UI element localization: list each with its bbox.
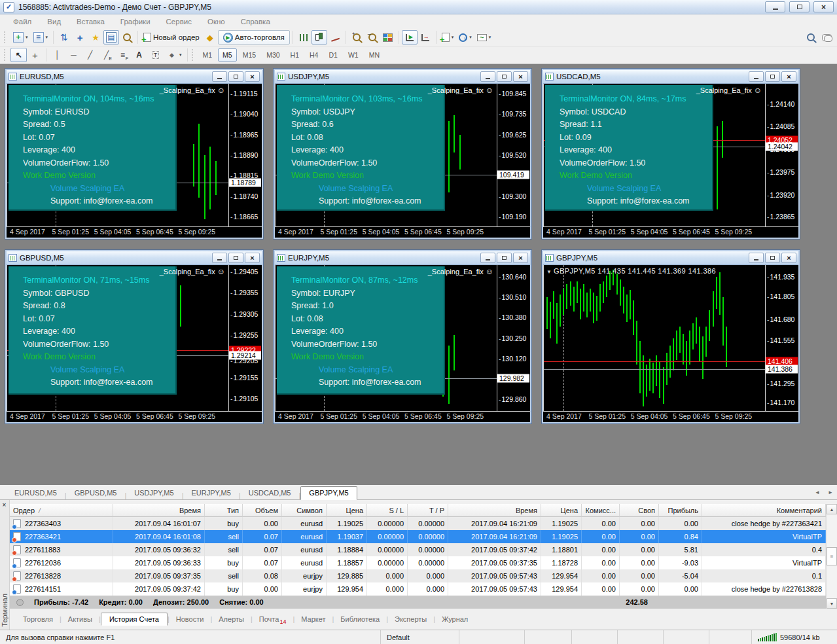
chart-tab-gbpusd[interactable]: GBPUSD,M5 xyxy=(67,487,125,499)
profiles-button[interactable] xyxy=(31,30,51,45)
terminal-tab-2[interactable]: История Счета xyxy=(101,613,168,626)
market-watch-button[interactable] xyxy=(56,30,72,45)
indicators-button[interactable] xyxy=(439,30,457,45)
chart-window-titlebar[interactable]: EURUSD,M5 xyxy=(7,70,262,84)
new-order-button[interactable]: Новый ордер xyxy=(141,30,202,45)
timeframe-mn-button[interactable]: MN xyxy=(365,48,384,62)
history-row[interactable]: 2276120362017.09.05 09:36:33buy0.07eurus… xyxy=(10,556,826,569)
chart-plot-area[interactable]: TerminalMonitor ON, 104ms, ~16msSymbol: … xyxy=(7,84,228,226)
chart-tab-gbpjpy[interactable]: GBPJPY,M5 xyxy=(300,486,357,500)
arrows-button[interactable] xyxy=(164,48,185,62)
chart-restore-button[interactable] xyxy=(765,253,780,263)
chart-restore-button[interactable] xyxy=(228,71,243,82)
toolbar-grip[interactable] xyxy=(4,31,7,43)
tile-windows-button[interactable] xyxy=(380,30,396,45)
bar-chart-button[interactable] xyxy=(296,30,312,45)
chart-plot-area[interactable]: GBPJPY,M5 141.435 141.445 141.369 141.38… xyxy=(543,265,765,411)
chart-window-titlebar[interactable]: GBPUSD,M5 xyxy=(7,251,262,265)
timeframe-d1-button[interactable]: D1 xyxy=(324,48,342,62)
toolbar-grip[interactable] xyxy=(4,49,7,61)
chart-minimize-button[interactable] xyxy=(480,71,495,82)
new-chart-button[interactable] xyxy=(10,30,31,45)
horizontal-line-button[interactable] xyxy=(65,48,82,62)
metaeditor-button[interactable] xyxy=(202,30,218,45)
column-header-11[interactable]: Своп xyxy=(620,504,659,517)
chart-window-titlebar[interactable]: USDJPY,M5 xyxy=(275,70,530,84)
trendline-button[interactable] xyxy=(82,48,98,62)
chart-minimize-button[interactable] xyxy=(212,71,227,82)
line-chart-button[interactable] xyxy=(327,30,343,45)
crosshair-button[interactable] xyxy=(27,48,43,62)
status-profile-cell[interactable]: Default xyxy=(381,630,459,644)
chart-restore-button[interactable] xyxy=(228,253,243,263)
chart-close-button[interactable] xyxy=(781,71,796,82)
auto-scroll-button[interactable] xyxy=(402,30,418,45)
history-row[interactable]: 2276141512017.09.05 09:37:42buy0.00eurjp… xyxy=(10,582,826,596)
chart-window-titlebar[interactable]: GBPJPY,M5 xyxy=(543,251,798,265)
chart-minimize-button[interactable] xyxy=(212,253,227,263)
periods-button[interactable] xyxy=(456,30,474,45)
chart-restore-button[interactable] xyxy=(765,71,780,82)
terminal-tab-1[interactable]: Активы xyxy=(62,613,99,625)
scroll-down-icon[interactable] xyxy=(827,598,837,609)
timeframe-w1-button[interactable]: W1 xyxy=(344,48,363,62)
channel-button[interactable] xyxy=(98,48,115,62)
history-row[interactable]: 2276118832017.09.05 09:36:32sell0.07euru… xyxy=(10,543,826,556)
chart-tab-usdcad[interactable]: USDCAD,M5 xyxy=(241,487,299,499)
menu-item-1[interactable]: Вид xyxy=(39,18,69,26)
terminal-tab-3[interactable]: Новости xyxy=(169,613,211,625)
window-close-button[interactable] xyxy=(813,1,834,12)
column-header-6[interactable]: S / L xyxy=(367,504,408,517)
candlestick-button[interactable] xyxy=(312,30,327,45)
timeframe-m5-button[interactable]: M5 xyxy=(218,48,237,62)
column-header-5[interactable]: Цена xyxy=(327,504,367,517)
chart-restore-button[interactable] xyxy=(497,71,512,82)
chart-tab-eurusd[interactable]: EURUSD,M5 xyxy=(7,487,65,499)
text-button[interactable] xyxy=(131,48,147,62)
column-header-7[interactable]: T / P xyxy=(408,504,448,517)
history-row[interactable]: 2276138282017.09.05 09:37:35sell0.08eurj… xyxy=(10,569,826,582)
zoom-in-button[interactable] xyxy=(349,30,365,45)
timeframe-m1-button[interactable]: M1 xyxy=(198,48,217,62)
terminal-tab-0[interactable]: Торговля xyxy=(16,613,60,625)
history-row[interactable]: 2273634212017.09.04 16:01:08sell0.07euru… xyxy=(10,530,826,543)
chart-plot-area[interactable]: TerminalMonitor ON, 103ms, ~16msSymbol: … xyxy=(275,84,497,226)
data-window-button[interactable] xyxy=(72,30,88,45)
chart-tab-eurjpy[interactable]: EURJPY,M5 xyxy=(184,487,239,499)
terminal-tab-7[interactable]: Библиотека xyxy=(334,613,386,625)
vertical-line-button[interactable] xyxy=(49,48,65,62)
column-header-0[interactable]: Ордер xyxy=(10,504,113,517)
cursor-button[interactable] xyxy=(10,48,27,62)
search-button[interactable] xyxy=(803,30,819,45)
chart-minimize-button[interactable] xyxy=(749,71,764,82)
scroll-tabs-right-button[interactable] xyxy=(825,487,836,497)
terminal-tab-5[interactable]: Почта14 xyxy=(253,613,293,625)
menu-item-2[interactable]: Вставка xyxy=(69,18,113,26)
auto-trading-button[interactable]: Авто-торговля xyxy=(218,30,290,45)
toolbar-grip[interactable] xyxy=(192,49,195,61)
menu-item-4[interactable]: Сервис xyxy=(158,18,200,26)
column-header-8[interactable]: Время xyxy=(448,504,541,517)
scrollbar-thumb[interactable] xyxy=(827,547,837,565)
timeframe-m15-button[interactable]: M15 xyxy=(238,48,260,62)
column-header-1[interactable]: Время xyxy=(113,504,205,517)
chart-close-button[interactable] xyxy=(513,253,528,263)
chart-restore-button[interactable] xyxy=(497,253,512,263)
chart-window-titlebar[interactable]: USDCAD,M5 xyxy=(543,70,798,84)
window-restore-button[interactable] xyxy=(789,1,810,12)
column-header-12[interactable]: Прибыль xyxy=(659,504,702,517)
templates-button[interactable] xyxy=(474,30,494,45)
menu-item-5[interactable]: Окно xyxy=(200,18,233,26)
chart-close-button[interactable] xyxy=(781,253,796,263)
column-header-9[interactable]: Цена xyxy=(541,504,582,517)
timeframe-h1-button[interactable]: H1 xyxy=(286,48,304,62)
chart-window-titlebar[interactable]: EURJPY,M5 xyxy=(275,251,530,265)
navigator-button[interactable] xyxy=(88,30,103,45)
timeframe-m30-button[interactable]: M30 xyxy=(262,48,284,62)
zoom-out-button[interactable] xyxy=(365,30,380,45)
chart-tab-usdjpy[interactable]: USDJPY,M5 xyxy=(126,487,181,499)
menu-item-6[interactable]: Справка xyxy=(233,18,278,26)
chart-minimize-button[interactable] xyxy=(480,253,495,263)
column-header-10[interactable]: Комисс... xyxy=(582,504,620,517)
strategy-tester-button[interactable] xyxy=(119,30,135,45)
